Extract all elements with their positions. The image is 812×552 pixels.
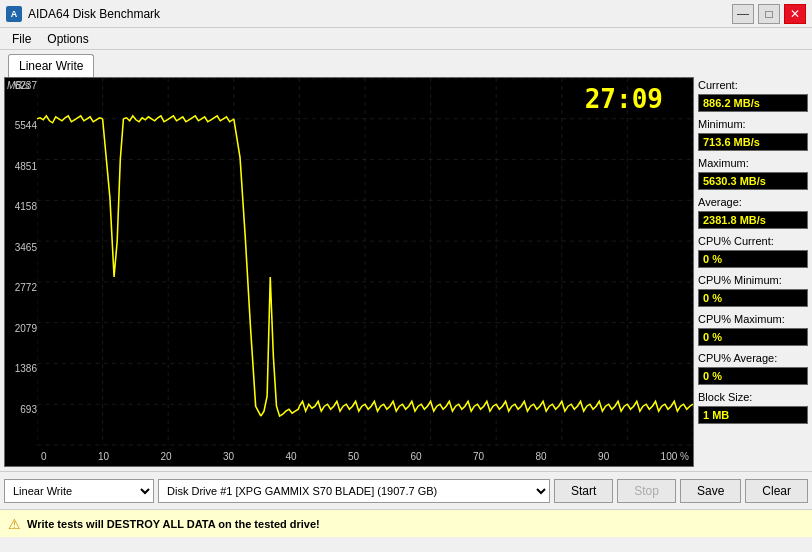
tab-bar: Linear Write <box>0 50 812 77</box>
x-label-7: 70 <box>473 451 484 462</box>
minimum-label: Minimum: <box>698 118 808 130</box>
cpu-minimum-value: 0 % <box>698 289 808 307</box>
cpu-current-value: 0 % <box>698 250 808 268</box>
start-button[interactable]: Start <box>554 479 613 503</box>
x-label-0: 0 <box>41 451 47 462</box>
test-type-dropdown[interactable]: Linear Write <box>4 479 154 503</box>
save-button[interactable]: Save <box>680 479 741 503</box>
cpu-minimum-label: CPU% Minimum: <box>698 274 808 286</box>
x-label-1: 10 <box>98 451 109 462</box>
x-label-2: 20 <box>160 451 171 462</box>
cpu-average-label: CPU% Average: <box>698 352 808 364</box>
chart-inner <box>37 78 693 446</box>
tab-linear-write[interactable]: Linear Write <box>8 54 94 77</box>
minimum-value: 713.6 MB/s <box>698 133 808 151</box>
block-size-label: Block Size: <box>698 391 808 403</box>
menu-options[interactable]: Options <box>39 30 96 48</box>
sidebar: Current: 886.2 MB/s Minimum: 713.6 MB/s … <box>698 77 808 467</box>
x-label-5: 50 <box>348 451 359 462</box>
average-value: 2381.8 MB/s <box>698 211 808 229</box>
x-label-3: 30 <box>223 451 234 462</box>
y-axis: 6237 5544 4851 4158 3465 2772 2079 1386 … <box>5 78 37 446</box>
current-value: 886.2 MB/s <box>698 94 808 112</box>
minimize-button[interactable]: — <box>732 4 754 24</box>
stop-button[interactable]: Stop <box>617 479 676 503</box>
warning-icon: ⚠ <box>8 516 21 532</box>
menu-bar: File Options <box>0 28 812 50</box>
y-label-6: 2079 <box>7 323 37 334</box>
y-label-0: 6237 <box>7 80 37 91</box>
maximum-value: 5630.3 MB/s <box>698 172 808 190</box>
y-label-3: 4158 <box>7 201 37 212</box>
chart-svg <box>37 78 693 446</box>
title-bar-left: A AIDA64 Disk Benchmark <box>6 6 160 22</box>
warning-bar: ⚠ Write tests will DESTROY ALL DATA on t… <box>0 509 812 537</box>
disk-drive-dropdown[interactable]: Disk Drive #1 [XPG GAMMIX S70 BLADE] (19… <box>158 479 550 503</box>
cpu-average-value: 0 % <box>698 367 808 385</box>
x-label-6: 60 <box>411 451 422 462</box>
block-size-value: 1 MB <box>698 406 808 424</box>
maximum-label: Maximum: <box>698 157 808 169</box>
x-label-4: 40 <box>286 451 297 462</box>
clear-button[interactable]: Clear <box>745 479 808 503</box>
cpu-maximum-value: 0 % <box>698 328 808 346</box>
menu-file[interactable]: File <box>4 30 39 48</box>
chart-area: MB/s 27:09 6237 5544 4851 4158 3465 2772… <box>4 77 694 467</box>
current-label: Current: <box>698 79 808 91</box>
x-label-9: 90 <box>598 451 609 462</box>
window-title: AIDA64 Disk Benchmark <box>28 7 160 21</box>
app-icon: A <box>6 6 22 22</box>
y-label-8: 693 <box>7 404 37 415</box>
title-bar: A AIDA64 Disk Benchmark — □ ✕ <box>0 0 812 28</box>
y-label-2: 4851 <box>7 161 37 172</box>
y-label-4: 3465 <box>7 242 37 253</box>
main-content: MB/s 27:09 6237 5544 4851 4158 3465 2772… <box>0 77 812 471</box>
bottom-bar: Linear Write Disk Drive #1 [XPG GAMMIX S… <box>0 471 812 509</box>
maximize-button[interactable]: □ <box>758 4 780 24</box>
average-label: Average: <box>698 196 808 208</box>
x-label-8: 80 <box>536 451 547 462</box>
cpu-maximum-label: CPU% Maximum: <box>698 313 808 325</box>
close-button[interactable]: ✕ <box>784 4 806 24</box>
y-label-7: 1386 <box>7 363 37 374</box>
y-label-5: 2772 <box>7 282 37 293</box>
y-label-1: 5544 <box>7 120 37 131</box>
x-label-10: 100 % <box>661 451 689 462</box>
cpu-current-label: CPU% Current: <box>698 235 808 247</box>
title-controls[interactable]: — □ ✕ <box>732 4 806 24</box>
warning-text: Write tests will DESTROY ALL DATA on the… <box>27 518 320 530</box>
x-axis: 0 10 20 30 40 50 60 70 80 90 100 % <box>37 446 693 466</box>
